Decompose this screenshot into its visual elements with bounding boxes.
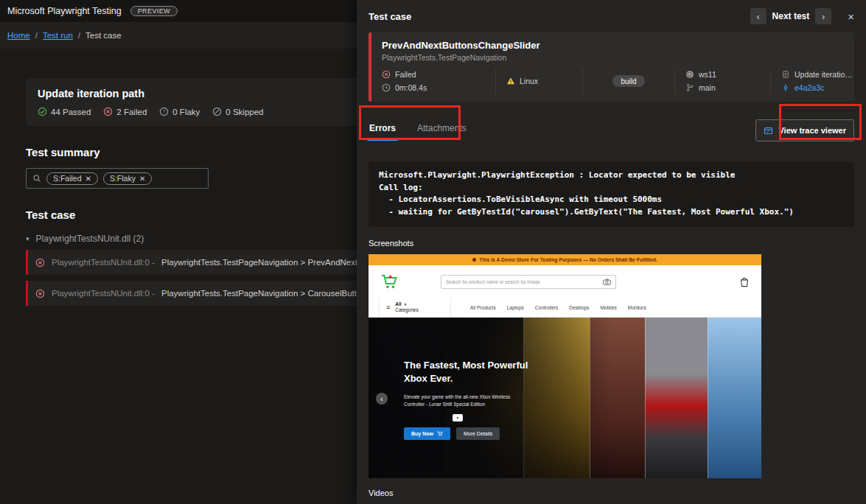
build-badge: build <box>612 75 644 87</box>
buy-cart-icon <box>437 431 443 436</box>
test-name: PrevAndNextButtonsChangeSlider <box>371 40 854 51</box>
chevron-down-icon: ▾ <box>26 235 29 242</box>
preview-badge: PREVIEW <box>130 6 178 16</box>
failed-icon <box>35 258 45 267</box>
hero-text-block: The Fastest, Most Powerful Xbox Ever. El… <box>404 359 544 440</box>
test-detail-stats: Failed 0m:08.4s Linux build ws11 <box>371 69 854 102</box>
branch-label: main <box>699 83 716 92</box>
categories-caret-icon: ▾ <box>405 302 407 307</box>
test-nav-controls: ‹ Next test › × <box>750 8 854 24</box>
next-test-label[interactable]: Next test <box>772 11 810 21</box>
test-row[interactable]: PlaywrightTestsNUnit.dll:0 - PlaywrightT… <box>26 281 372 306</box>
stat-passed: 44 Passed <box>38 107 91 116</box>
store-nav-link: Mobiles <box>600 305 616 310</box>
error-log: Microsoft.Playwright.PlaywrightException… <box>369 162 854 227</box>
linux-icon <box>506 77 515 85</box>
banner-warning-icon <box>472 258 476 262</box>
stat-label: 0 Flaky <box>172 108 200 116</box>
error-line: - LocatorAssertions.ToBeVisibleAsync wit… <box>379 194 844 206</box>
failed-icon <box>103 107 113 116</box>
repo-column: ws11 main <box>674 69 770 94</box>
hamburger-icon: ≡ <box>386 304 390 311</box>
card-title: Update iteration path <box>38 88 355 99</box>
close-panel-button[interactable]: × <box>848 10 854 23</box>
chip-close-icon[interactable]: ✕ <box>139 175 145 183</box>
more-details-button: More Details <box>456 427 500 440</box>
test-row-prefix: PlaywrightTestsNUnit.dll:0 - <box>52 289 155 298</box>
workspace-label: ws11 <box>699 70 716 79</box>
trace-viewer-icon <box>764 126 773 136</box>
panel-title: Test case <box>369 11 411 22</box>
store-banner: This Is A Demo Store For Testing Purpose… <box>369 254 761 265</box>
update-iteration-card: Update iteration path 44 Passed 2 Failed… <box>26 78 366 126</box>
breadcrumb-current: Test case <box>85 31 122 40</box>
store-header: Search by product name or search by imag… <box>369 265 761 298</box>
commit-column: Update iteratio… e4a2a3c <box>770 69 863 94</box>
filter-chip-failed[interactable]: S:Failed ✕ <box>46 172 98 185</box>
os-label: Linux <box>520 77 538 85</box>
stat-label: 0 Skipped <box>226 108 263 116</box>
tab-errors[interactable]: Errors <box>369 118 397 141</box>
breadcrumb-separator: / <box>35 31 38 40</box>
chip-label: S:Failed <box>53 174 82 183</box>
breadcrumb-home-link[interactable]: Home <box>7 31 30 40</box>
store-search-placeholder: Search by product name or search by imag… <box>446 279 600 284</box>
status-column: Failed 0m:08.4s <box>371 69 495 94</box>
clock-icon <box>382 83 391 92</box>
cart-bag-icon <box>739 276 750 287</box>
stat-flaky: ? 0 Flaky <box>159 107 200 116</box>
work-item-label: Update iteratio… <box>795 70 853 79</box>
videos-label: Videos <box>369 489 854 497</box>
status-label: Failed <box>395 70 416 79</box>
breadcrumb-separator: / <box>78 31 80 40</box>
duration-label: 0m:08.4s <box>395 83 427 92</box>
store-hero-carousel: ‹ The Fastest, Most Powerful Xbox Ever. … <box>369 318 761 478</box>
store-nav: ≡ All ▾ Categories All Products Laptops … <box>369 298 761 318</box>
failed-icon <box>382 70 391 79</box>
screenshots-label: Screenshots <box>369 239 854 248</box>
test-row-name: PlaywrightTests.TestPageNavigation > Car… <box>161 289 372 298</box>
tab-attachments[interactable]: Attachments <box>416 118 467 141</box>
screenshot-image[interactable]: This Is A Demo Store For Testing Purpose… <box>369 254 761 478</box>
test-row-name: PlaywrightTests.TestPageNavigation > Pre… <box>161 258 372 267</box>
previous-test-button[interactable]: ‹ <box>750 8 767 24</box>
stat-failed: 2 Failed <box>103 107 147 116</box>
store-nav-link: All Products <box>470 305 496 310</box>
test-case-detail-panel: Test case ‹ Next test › × PrevAndNextBut… <box>357 0 866 504</box>
passed-icon <box>38 107 47 116</box>
error-line: - waiting for GetByTestId("carousel").Ge… <box>379 206 844 219</box>
view-trace-viewer-button[interactable]: View trace viewer <box>755 119 854 141</box>
detail-tabs: Errors Attachments View trace viewer <box>369 118 854 146</box>
test-row[interactable]: PlaywrightTestsNUnit.dll:0 - PlaywrightT… <box>26 250 372 275</box>
hero-subtitle: Elevate your game with the all-new Xbox … <box>404 393 514 408</box>
breadcrumb-testrun-link[interactable]: Test run <box>43 31 73 40</box>
svg-text:?: ? <box>163 109 166 114</box>
store-search-input: Search by product name or search by imag… <box>441 275 616 289</box>
filter-chip-flaky[interactable]: S:Flaky ✕ <box>103 172 152 185</box>
image-search-camera-icon <box>603 279 611 285</box>
test-suite: PlaywrightTests.TestPageNavigation <box>371 51 854 62</box>
buy-now-button: Buy Now <box>404 427 450 440</box>
flaky-icon: ? <box>159 107 169 116</box>
app-title: Microsoft Playwright Testing <box>7 6 122 16</box>
test-detail-card: PrevAndNextButtonsChangeSlider Playwrigh… <box>369 32 854 102</box>
chip-label: S:Flaky <box>110 174 136 183</box>
hero-title: The Fastest, Most Powerful Xbox Ever. <box>404 359 544 385</box>
error-line: Microsoft.Playwright.PlaywrightException… <box>379 169 844 182</box>
banner-text: This Is A Demo Store For Testing Purpose… <box>479 257 657 262</box>
error-line: Call log: <box>379 182 844 195</box>
chip-close-icon[interactable]: ✕ <box>85 175 91 183</box>
store-logo-cart-icon <box>380 273 399 290</box>
filter-search-input[interactable]: S:Failed ✕ S:Flaky ✕ <box>26 168 209 189</box>
store-nav-link: Desktops <box>569 305 589 310</box>
next-test-button[interactable]: › <box>815 8 831 24</box>
commit-icon <box>781 83 790 92</box>
skipped-icon <box>212 107 222 116</box>
hero-dropdown-caret: ▾ <box>453 414 463 421</box>
panel-header: Test case ‹ Next test › × <box>357 0 866 32</box>
commit-link[interactable]: e4a2a3c <box>795 83 824 92</box>
branch-icon <box>685 83 694 92</box>
hero-buttons: Buy Now More Details <box>404 427 544 440</box>
test-row-prefix: PlaywrightTestsNUnit.dll:0 - <box>52 258 155 267</box>
categories-label-line2: Categories <box>395 307 418 313</box>
